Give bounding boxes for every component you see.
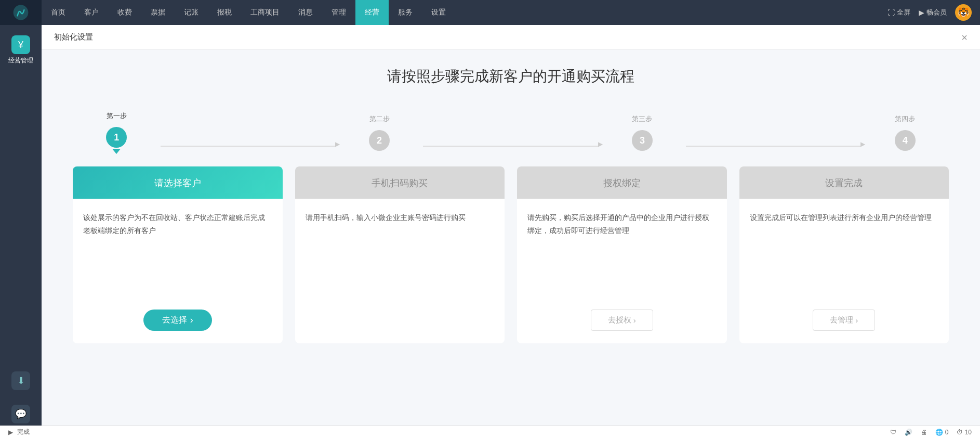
go-manage-label: 去管理 [830,315,853,325]
main-title: 请按照步骤完成新客户的开通购买流程 [73,67,949,86]
logo[interactable] [0,0,42,25]
go-manage-arrow: › [855,316,858,325]
avatar[interactable]: 🐯 [955,4,972,21]
sidebar-item-download[interactable]: ⬇ [0,365,42,396]
step-1-label: 第一步 [107,111,127,121]
close-button[interactable]: × [961,32,968,43]
chat-icon: 💬 [11,405,30,423]
fullscreen-btn[interactable]: ⛶ 全屏 [888,8,910,17]
statusbar: ▶ 完成 🛡 🔊 🖨 🌐 0 ⏱ 10 [0,426,980,438]
print-icon: 🖨 [921,429,927,436]
nav-item-settings[interactable]: 设置 [422,0,455,25]
sidebar: ¥ 经营管理 ⬇ 💬 [0,25,42,438]
operation-icon: ¥ [11,35,30,54]
download-icon: ⬇ [11,371,30,390]
nav-item-home[interactable]: 首页 [42,0,75,25]
step-2-circle: 2 [369,130,390,151]
card-1-body: 该处展示的客户为不在回收站、客户状态正常建账后完成老板端绑定的所有客户 [73,199,283,301]
nav-item-service[interactable]: 服务 [389,0,422,25]
step-3-label: 第三步 [632,114,652,124]
time-status: ⏱ 10 [957,429,972,436]
sidebar-item-operation[interactable]: ¥ 经营管理 [0,29,42,71]
nav-item-account[interactable]: 记账 [175,0,208,25]
card-2-footer [295,323,505,343]
vip-btn[interactable]: ▶ 畅会员 [919,8,947,17]
step-3-circle: 3 [632,130,653,151]
card-select-customer: 请选择客户 该处展示的客户为不在回收站、客户状态正常建账后完成老板端绑定的所有客… [73,166,283,343]
nav-item-customer[interactable]: 客户 [75,0,108,25]
step-4-circle: 4 [895,130,916,151]
nav-items: 首页 客户 收费 票据 记账 报税 工商项目 消息 管理 经营 服务 设置 [42,0,888,25]
card-1-header: 请选择客户 [73,166,283,199]
step-1: 第一步 1 [73,111,161,154]
card-setup-complete: 设置完成 设置完成后可以在管理列表进行所有企业用户的经营管理 去管理 › [739,166,949,343]
cards-row: 请选择客户 该处展示的客户为不在回收站、客户状态正常建账后完成老板端绑定的所有客… [73,166,949,343]
card-4-body: 设置完成后可以在管理列表进行所有企业用户的经营管理 [739,199,949,301]
card-2-body: 请用手机扫码，输入小微企业主账号密码进行购买 [295,199,505,323]
step-4: 第四步 4 [861,114,949,151]
nav-item-tax[interactable]: 报税 [208,0,241,25]
network-status: 🌐 0 [935,429,948,436]
step-4-label: 第四步 [895,114,915,124]
nav-item-manage[interactable]: 管理 [322,0,355,25]
page-title: 初始化设置 [54,32,93,42]
step-1-circle: 1 [106,127,127,148]
sidebar-item-label: 经营管理 [8,56,33,65]
nav-right: ⛶ 全屏 ▶ 畅会员 🐯 [888,4,980,21]
step-2: 第二步 2 [336,114,423,151]
go-select-label: 去选择 [162,315,187,326]
sidebar-item-chat[interactable]: 💬 [0,398,42,430]
shield-icon: 🛡 [890,429,896,436]
step-3: 第三步 3 [599,114,686,151]
card-3-footer: 去授权 › [517,301,727,343]
nav-item-business[interactable]: 工商项目 [241,0,289,25]
connector-3-4 [686,146,861,147]
card-3-header: 授权绑定 [517,166,727,199]
step-2-label: 第二步 [369,114,390,124]
nav-item-fee[interactable]: 收费 [108,0,141,25]
card-3-body: 请先购买，购买后选择开通的产品中的企业用户进行授权绑定，成功后即可进行经营管理 [517,199,727,301]
go-authorize-button[interactable]: 去授权 › [591,310,653,331]
card-authorize: 授权绑定 请先购买，购买后选择开通的产品中的企业用户进行授权绑定，成功后即可进行… [517,166,727,343]
main-area: 初始化设置 × 请按照步骤完成新客户的开通购买流程 第一步 1 第二步 2 [42,25,980,426]
go-select-arrow: › [190,315,193,326]
card-1-footer: 去选择 › [73,301,283,343]
card-4-footer: 去管理 › [739,301,949,343]
card-4-header: 设置完成 [739,166,949,199]
card-2-header: 手机扫码购买 [295,166,505,199]
nav-item-operation[interactable]: 经营 [355,0,389,25]
nav-item-message[interactable]: 消息 [289,0,322,25]
statusbar-left: ▶ 完成 [8,428,30,436]
statusbar-right: 🛡 🔊 🖨 🌐 0 ⏱ 10 [890,429,972,436]
step-1-triangle [112,149,121,154]
go-manage-button[interactable]: 去管理 › [813,310,875,331]
connector-2-3 [423,146,598,147]
top-nav: 首页 客户 收费 票据 记账 报税 工商项目 消息 管理 经营 服务 设置 ⛶ … [0,0,980,25]
nav-item-bill[interactable]: 票据 [141,0,175,25]
volume-icon: 🔊 [905,429,912,436]
go-authorize-label: 去授权 [608,315,631,325]
connector-1-2 [161,146,336,147]
go-authorize-arrow: › [633,316,636,325]
content-area: 请按照步骤完成新客户的开通购买流程 第一步 1 第二步 2 第三步 3 [42,50,980,426]
go-select-button[interactable]: 去选择 › [143,310,212,331]
steps-flow: 第一步 1 第二步 2 第三步 3 第四步 4 [73,111,949,154]
status-label: 完成 [17,428,30,436]
card-scan-buy: 手机扫码购买 请用手机扫码，输入小微企业主账号密码进行购买 [295,166,505,343]
play-button[interactable]: ▶ [8,429,13,436]
page-header: 初始化设置 × [42,25,980,50]
